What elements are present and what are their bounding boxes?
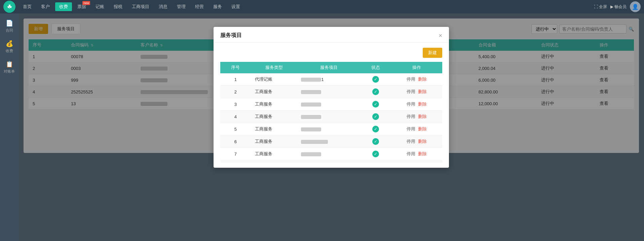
nav-fee[interactable]: 收费 [55, 2, 72, 11]
modal-table-header-row: 序号 服务类型 服务项目 状态 操作 [220, 62, 442, 73]
modal-td-type: 工商服务 [251, 111, 297, 123]
delete-button[interactable]: 删除 [418, 151, 427, 156]
status-check-icon: ✓ [372, 76, 379, 83]
sidebar-item-fee[interactable]: 💰 收费 [0, 37, 18, 56]
app-body: 📄 合同 💰 收费 📋 对账单 新增 服务项目 进行中 已完成 已终止 [0, 13, 644, 241]
nav-message[interactable]: 消息 [155, 2, 172, 11]
nav-service[interactable]: 服务 [209, 2, 226, 11]
status-check-icon: ✓ [372, 138, 379, 145]
nav-settings[interactable]: 设置 [227, 2, 244, 11]
member-icon: ▶ [610, 4, 613, 9]
status-check-icon: ✓ [372, 126, 379, 132]
main-content: 新增 服务项目 进行中 已完成 已终止 🔍 序号 合同编 [18, 13, 644, 241]
delete-button[interactable]: 删除 [418, 89, 427, 94]
disable-button[interactable]: 停用 [407, 102, 415, 107]
modal-td-status: ✓ [361, 160, 391, 163]
modal-th-status: 状态 [361, 62, 391, 73]
modal-td-type: 工商服务 [251, 160, 297, 163]
modal-td-num: 8 [220, 160, 251, 163]
modal-table-wrapper: 序号 服务类型 服务项目 状态 操作 1代理记账1✓停用删除2工商服务✓停用删除… [220, 62, 442, 163]
modal-td-item: 1 [297, 73, 361, 86]
modal-new-button[interactable]: 新建 [423, 48, 442, 58]
sidebar-item-reconciliation[interactable]: 📋 对账单 [0, 58, 18, 77]
disable-button[interactable]: 停用 [407, 126, 415, 131]
nav-operation[interactable]: 经营 [191, 2, 208, 11]
modal-td-num: 3 [220, 98, 251, 111]
contract-icon: 📄 [6, 19, 13, 27]
modal-td-item [297, 111, 361, 123]
modal-td-item [297, 135, 361, 148]
modal-td-item [297, 98, 361, 111]
modal-table-row: 5工商服务✓停用删除 [220, 123, 442, 135]
member-label: 畅会员 [614, 4, 627, 10]
delete-button[interactable]: 删除 [418, 77, 427, 82]
nav-customer[interactable]: 客户 [37, 2, 54, 11]
modal-td-num: 2 [220, 86, 251, 98]
modal-td-type: 工商服务 [251, 123, 297, 135]
status-check-icon: ✓ [372, 151, 379, 157]
nav-manage[interactable]: 管理 [173, 2, 190, 11]
avatar-icon: 👤 [632, 4, 639, 10]
modal-td-item: 注册 [297, 160, 361, 163]
modal-td-num: 1 [220, 73, 251, 86]
nav-bookkeeping[interactable]: 记账 [91, 2, 108, 11]
modal-td-status: ✓ [361, 86, 391, 98]
status-check-icon: ✓ [372, 113, 379, 120]
delete-button[interactable]: 删除 [418, 126, 427, 131]
nav-tax[interactable]: 报税 [110, 2, 126, 11]
top-nav: ☘ 首页 客户 收费 票据 new 记账 报税 工商项目 消息 管理 经营 服务… [0, 0, 644, 13]
modal-table-row: 2工商服务✓停用删除 [220, 86, 442, 98]
modal-overlay: 服务项目 × 新建 序号 服务类型 服务项目 [18, 13, 644, 241]
modal-td-status: ✓ [361, 135, 391, 148]
sidebar-item-contract[interactable]: 📄 合同 [0, 17, 18, 36]
modal-td-num: 4 [220, 111, 251, 123]
modal-td-type: 工商服务 [251, 98, 297, 111]
modal-header: 服务项目 × [214, 27, 449, 43]
modal-table-row: 6工商服务✓停用删除 [220, 135, 442, 148]
disable-button[interactable]: 停用 [407, 139, 415, 144]
logo-icon: ☘ [7, 4, 12, 10]
modal-td-status: ✓ [361, 111, 391, 123]
nav-home[interactable]: 首页 [19, 2, 36, 11]
modal-table-row: 1代理记账1✓停用删除 [220, 73, 442, 86]
modal-td-actions: 停用删除 [391, 148, 442, 160]
modal-td-actions: 停用删除 [391, 86, 442, 98]
sidebar-item-contract-label: 合同 [6, 28, 13, 33]
modal-td-actions: 停用删除 [391, 135, 442, 148]
status-check-icon: ✓ [372, 101, 379, 108]
delete-button[interactable]: 删除 [418, 114, 427, 119]
modal-table-row: 8工商服务注册✓停用删除 [220, 160, 442, 163]
modal-td-type: 工商服务 [251, 148, 297, 160]
modal-th-num: 序号 [220, 62, 251, 73]
user-avatar[interactable]: 👤 [630, 1, 641, 12]
modal-close-button[interactable]: × [439, 33, 442, 39]
app-logo[interactable]: ☘ [3, 1, 15, 13]
modal-table-row: 3工商服务✓停用删除 [220, 98, 442, 111]
nav-business[interactable]: 工商项目 [128, 2, 153, 11]
sidebar-item-reconciliation-label: 对账单 [4, 69, 15, 74]
disable-button[interactable]: 停用 [407, 151, 415, 156]
disable-button[interactable]: 停用 [407, 89, 415, 94]
modal-td-actions: 停用删除 [391, 98, 442, 111]
modal-th-type: 服务类型 [251, 62, 297, 73]
modal-td-actions: 停用删除 [391, 73, 442, 86]
member-button[interactable]: ▶ 畅会员 [610, 4, 627, 10]
modal-td-num: 5 [220, 123, 251, 135]
modal-toolbar: 新建 [220, 48, 442, 58]
fee-icon: 💰 [6, 40, 13, 47]
fullscreen-icon: ⛶ [594, 4, 598, 9]
top-nav-right: ⛶ 全屏 ▶ 畅会员 👤 [594, 1, 641, 12]
modal-td-actions: 停用删除 [391, 123, 442, 135]
reconciliation-icon: 📋 [6, 61, 13, 68]
fullscreen-button[interactable]: ⛶ 全屏 [594, 4, 607, 10]
sidebar: 📄 合同 💰 收费 📋 对账单 [0, 13, 18, 241]
nav-invoice[interactable]: 票据 new [73, 2, 90, 11]
delete-button[interactable]: 删除 [418, 102, 427, 107]
modal-td-item [297, 123, 361, 135]
delete-button[interactable]: 删除 [418, 139, 427, 144]
modal-title: 服务项目 [220, 32, 242, 39]
disable-button[interactable]: 停用 [407, 77, 415, 82]
modal-td-status: ✓ [361, 148, 391, 160]
disable-button[interactable]: 停用 [407, 114, 415, 119]
modal-td-type: 工商服务 [251, 135, 297, 148]
